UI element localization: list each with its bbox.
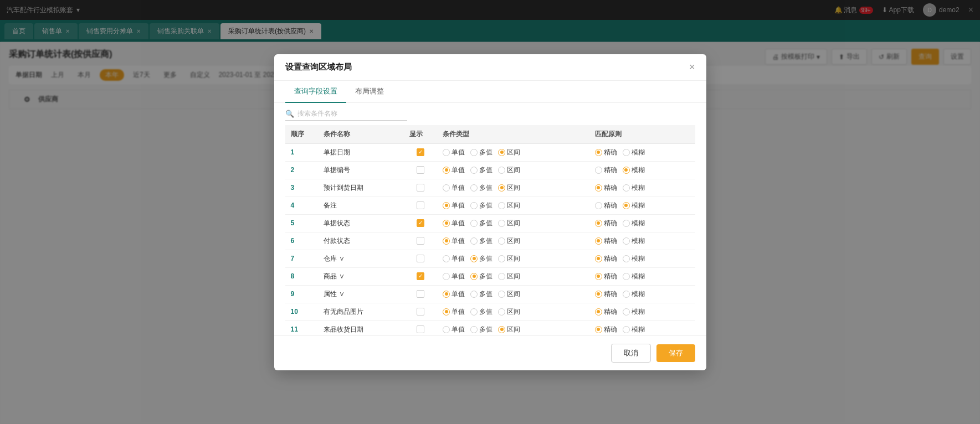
match-radio-模糊[interactable]: 模糊 [623,289,645,299]
radio-label: 模糊 [632,272,645,281]
display-cell[interactable] [404,267,437,285]
match-radio-精确[interactable]: 精确 [595,325,617,334]
match-radio-精确[interactable]: 精确 [595,219,617,228]
radio-label: 单值 [451,307,465,317]
type-radio-多值[interactable]: 多值 [470,254,492,263]
type-radio-区间[interactable]: 区间 [498,325,520,334]
match-radio-精确[interactable]: 精确 [595,166,617,175]
display-checkbox[interactable] [417,325,424,333]
display-cell[interactable] [404,197,437,214]
type-cell: 单值 多值 区间 [437,320,589,335]
match-radio-模糊[interactable]: 模糊 [623,254,645,263]
seq-cell: 10 [285,303,319,320]
type-radio-区间[interactable]: 区间 [498,219,520,228]
match-radio-模糊[interactable]: 模糊 [623,219,645,228]
display-cell[interactable] [404,214,437,232]
type-radio-多值[interactable]: 多值 [470,219,492,228]
type-radio-多值[interactable]: 多值 [470,289,492,299]
radio-label: 单值 [451,201,465,210]
type-radio-区间[interactable]: 区间 [498,148,520,157]
match-radio-模糊[interactable]: 模糊 [623,183,645,193]
radio-circle [498,184,505,192]
display-checkbox[interactable] [417,201,424,209]
match-radio-精确[interactable]: 精确 [595,183,617,193]
type-radio-多值[interactable]: 多值 [470,236,492,246]
display-checkbox[interactable] [417,219,424,227]
display-cell[interactable] [404,179,437,197]
type-radio-区间[interactable]: 区间 [498,183,520,193]
display-checkbox[interactable] [417,237,424,245]
display-cell[interactable] [404,161,437,179]
condition-name-cell: 单据编号 [318,161,404,179]
match-radio-模糊[interactable]: 模糊 [623,166,645,175]
type-radio-多值[interactable]: 多值 [470,307,492,317]
seq-cell: 5 [285,214,319,232]
display-checkbox[interactable] [417,255,424,262]
radio-circle [595,291,602,298]
type-radio-单值[interactable]: 单值 [443,166,465,175]
display-checkbox[interactable] [417,148,424,156]
display-checkbox[interactable] [417,184,424,192]
cancel-button[interactable]: 取消 [611,344,651,363]
match-radio-精确[interactable]: 精确 [595,148,617,157]
display-cell[interactable] [404,303,437,320]
display-checkbox[interactable] [417,290,424,298]
display-cell[interactable] [404,320,437,335]
type-radio-区间[interactable]: 区间 [498,307,520,317]
type-radio-单值[interactable]: 单值 [443,201,465,210]
display-cell[interactable] [404,143,437,161]
type-radio-多值[interactable]: 多值 [470,183,492,193]
table-row: 4备注 单值 多值 区间 精确 模糊 [285,197,695,214]
match-radio-精确[interactable]: 精确 [595,201,617,210]
type-radio-多值[interactable]: 多值 [470,148,492,157]
display-cell[interactable] [404,232,437,250]
type-radio-单值[interactable]: 单值 [443,254,465,263]
settings-dialog: 设置查询区域布局 × 查询字段设置 布局调整 🔍 顺序 条件名称 显示 [274,54,706,370]
search-input[interactable] [297,110,397,117]
type-radio-区间[interactable]: 区间 [498,166,520,175]
type-radio-单值[interactable]: 单值 [443,289,465,299]
type-radio-单值[interactable]: 单值 [443,236,465,246]
match-radio-模糊[interactable]: 模糊 [623,272,645,281]
match-radio-精确[interactable]: 精确 [595,289,617,299]
type-radio-区间[interactable]: 区间 [498,236,520,246]
type-radio-单值[interactable]: 单值 [443,148,465,157]
type-radio-单值[interactable]: 单值 [443,307,465,317]
save-button[interactable]: 保存 [656,344,695,362]
type-radio-单值[interactable]: 单值 [443,183,465,193]
match-radio-模糊[interactable]: 模糊 [623,325,645,334]
seq-cell: 2 [285,161,319,179]
match-radio-模糊[interactable]: 模糊 [623,307,645,317]
dialog-close-button[interactable]: × [689,62,695,72]
display-cell[interactable] [404,285,437,303]
match-radio-精确[interactable]: 精确 [595,236,617,246]
match-cell: 精确 模糊 [589,320,695,335]
type-radio-区间[interactable]: 区间 [498,254,520,263]
display-checkbox[interactable] [417,308,424,316]
display-cell[interactable] [404,250,437,267]
match-radio-模糊[interactable]: 模糊 [623,236,645,246]
tab-layout[interactable]: 布局调整 [346,81,393,103]
match-radio-模糊[interactable]: 模糊 [623,201,645,210]
display-checkbox[interactable] [417,166,424,174]
radio-circle [470,237,478,245]
type-radio-多值[interactable]: 多值 [470,201,492,210]
type-radio-单值[interactable]: 单值 [443,219,465,228]
match-radio-精确[interactable]: 精确 [595,307,617,317]
tab-fields[interactable]: 查询字段设置 [285,81,346,103]
match-radio-模糊[interactable]: 模糊 [623,148,645,157]
type-radio-区间[interactable]: 区间 [498,289,520,299]
type-radio-区间[interactable]: 区间 [498,201,520,210]
type-radio-单值[interactable]: 单值 [443,325,465,334]
display-checkbox[interactable] [417,272,424,280]
type-radio-区间[interactable]: 区间 [498,272,520,281]
type-radio-多值[interactable]: 多值 [470,166,492,175]
match-radio-精确[interactable]: 精确 [595,254,617,263]
type-radio-多值[interactable]: 多值 [470,272,492,281]
condition-name-cell: 预计到货日期 [318,179,404,197]
type-radio-多值[interactable]: 多值 [470,325,492,334]
type-radio-单值[interactable]: 单值 [443,272,465,281]
radio-circle [595,308,602,316]
condition-name: 单据状态 [324,219,350,227]
match-radio-精确[interactable]: 精确 [595,272,617,281]
